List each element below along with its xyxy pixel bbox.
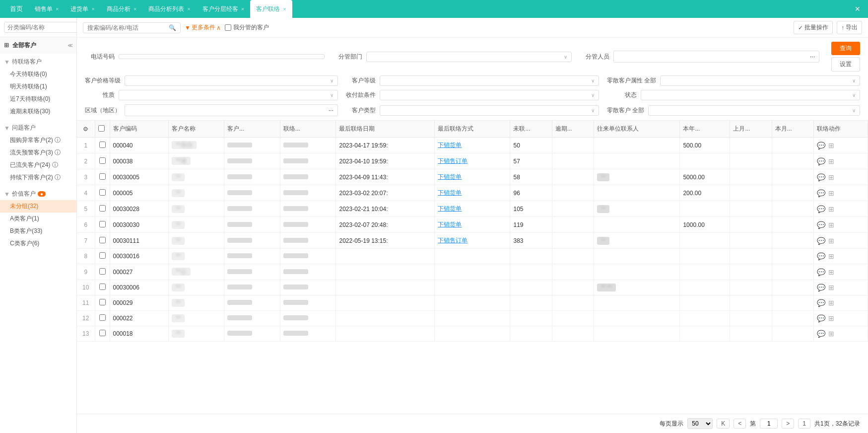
close-sales-tab[interactable]: ×	[56, 6, 59, 12]
nav-tab-analysis[interactable]: 商品分析 ×	[101, 0, 142, 18]
row-last-method[interactable]: 下销售订单	[435, 153, 510, 169]
nav-tab-analysis-list[interactable]: 商品分析列表 ×	[142, 0, 196, 18]
sidebar-item-7days[interactable]: 近7天待联络(0)	[0, 93, 76, 105]
value-customers-label[interactable]: ▼ 价值客户 ●	[0, 188, 76, 200]
reset-btn[interactable]: 设置	[831, 57, 860, 72]
nature-select[interactable]: ∨	[119, 90, 338, 100]
nav-tab-sales[interactable]: 销售单 ×	[29, 0, 65, 18]
grid-action-icon[interactable]: ⊞	[828, 157, 834, 165]
chat-icon[interactable]: 💬	[817, 221, 825, 229]
checkbox-col-header[interactable]	[95, 121, 110, 138]
collapse-icon[interactable]: ≪	[67, 43, 72, 48]
grid-action-icon[interactable]: ⊞	[828, 173, 834, 181]
last-page-btn[interactable]: 1	[798, 419, 810, 429]
sidebar-item-declining[interactable]: 持续下滑客户(2) ⓘ	[0, 171, 76, 184]
sidebar-search-input[interactable]	[4, 22, 77, 33]
grid-action-icon[interactable]: ⊞	[828, 205, 834, 213]
close-segment-tab[interactable]: ×	[241, 6, 244, 12]
row-check[interactable]	[95, 264, 110, 280]
row-check[interactable]	[95, 185, 110, 201]
chat-icon[interactable]: 💬	[817, 237, 825, 245]
chat-icon[interactable]: 💬	[817, 330, 825, 338]
grid-action-icon[interactable]: ⊞	[828, 142, 834, 149]
scatter-all-select[interactable]: ∨	[648, 105, 860, 116]
sidebar-item-no-group[interactable]: 未分组(32)	[0, 200, 76, 213]
all-customers-section[interactable]: ⊞ 全部客户 ≪	[0, 37, 76, 54]
sidebar-item-class-a[interactable]: A类客户(1)	[0, 213, 76, 225]
customer-level-select[interactable]: ∨	[380, 75, 599, 86]
sidebar-item-tomorrow[interactable]: 明天待联络(1)	[0, 80, 76, 93]
grid-action-icon[interactable]: ⊞	[828, 189, 834, 197]
problem-customers-label[interactable]: ▼ 问题客户	[0, 122, 76, 134]
grid-action-icon[interactable]: ⊞	[828, 314, 834, 322]
row-check[interactable]	[95, 138, 110, 153]
row-check[interactable]	[95, 326, 110, 342]
chat-icon[interactable]: 💬	[817, 173, 825, 181]
grid-action-icon[interactable]: ⊞	[828, 330, 834, 338]
row-check[interactable]	[95, 295, 110, 311]
manager-select[interactable]: ···	[613, 51, 819, 63]
export-btn[interactable]: ↑ 导出	[837, 21, 862, 34]
phone-input[interactable]	[119, 54, 325, 59]
payment-select[interactable]: ∨	[380, 90, 599, 100]
row-check[interactable]	[95, 311, 110, 326]
my-customers-check[interactable]	[225, 24, 231, 31]
per-page-select[interactable]: 50 100 200	[687, 418, 713, 429]
filter-search-icon[interactable]: 🔍	[169, 24, 176, 31]
row-last-method[interactable]: 下销货单	[435, 217, 510, 233]
close-purchase-tab[interactable]: ×	[91, 6, 94, 12]
row-check[interactable]	[95, 217, 110, 233]
grid-action-icon[interactable]: ⊞	[828, 284, 834, 291]
close-analysis-tab[interactable]: ×	[134, 6, 136, 12]
sidebar-item-churn-warning[interactable]: 流失预警客户(3) ⓘ	[0, 146, 76, 159]
row-last-method[interactable]: 下销售订单	[435, 233, 510, 249]
grid-action-icon[interactable]: ⊞	[828, 221, 834, 229]
sidebar-item-class-b[interactable]: B类客户(33)	[0, 225, 76, 237]
grid-action-icon[interactable]: ⊞	[828, 268, 834, 276]
chat-icon[interactable]: 💬	[817, 205, 825, 213]
dept-select[interactable]: ∨	[366, 52, 572, 62]
price-level-select[interactable]: ∨	[125, 75, 338, 86]
page-number-input[interactable]	[760, 419, 778, 429]
row-check[interactable]	[95, 249, 110, 264]
row-check[interactable]	[95, 233, 110, 249]
grid-action-icon[interactable]: ⊞	[828, 237, 834, 245]
close-all-tabs[interactable]: ×	[851, 4, 864, 14]
customer-type-select[interactable]: ∨	[380, 105, 599, 116]
select-all-checkbox[interactable]	[98, 125, 105, 132]
nav-home[interactable]: 首页	[4, 4, 29, 13]
row-check[interactable]	[95, 169, 110, 185]
nav-tab-customer-segment[interactable]: 客户分层经客 ×	[197, 0, 250, 18]
grid-action-icon[interactable]: ⊞	[828, 252, 834, 260]
pending-contact-label[interactable]: ▼ 待联络客户	[0, 56, 76, 68]
row-check[interactable]	[95, 201, 110, 217]
chat-icon[interactable]: 💬	[817, 157, 825, 165]
sidebar-item-today[interactable]: 今天待联络(0)	[0, 68, 76, 80]
close-analysis-list-tab[interactable]: ×	[187, 6, 190, 12]
sidebar-item-overdue[interactable]: 逾期未联络(30)	[0, 105, 76, 118]
settings-col-header[interactable]: ⚙	[77, 121, 95, 138]
row-last-method[interactable]: 下销货单	[435, 169, 510, 185]
chat-icon[interactable]: 💬	[817, 284, 825, 291]
row-last-method[interactable]: 下销货单	[435, 138, 510, 153]
row-last-method[interactable]: 下销货单	[435, 185, 510, 201]
chat-icon[interactable]: 💬	[817, 299, 825, 307]
nav-tab-purchase[interactable]: 进货单 ×	[65, 0, 100, 18]
more-conditions-btn[interactable]: ▼ 更多条件 ∧	[185, 23, 221, 32]
chat-icon[interactable]: 💬	[817, 189, 825, 197]
sidebar-item-lost[interactable]: 已流失客户(24) ⓘ	[0, 159, 76, 171]
filter-search-input[interactable]	[87, 24, 167, 31]
close-contact-tab[interactable]: ×	[283, 6, 286, 12]
batch-operation-btn[interactable]: ✓ 批量操作	[794, 21, 833, 34]
row-check[interactable]	[95, 280, 110, 295]
my-customers-checkbox[interactable]: 我分管的客户	[225, 23, 269, 32]
chat-icon[interactable]: 💬	[817, 252, 825, 260]
region-select[interactable]: ···	[125, 104, 338, 116]
scatter-attr-select[interactable]: ∨	[660, 75, 860, 86]
search-btn[interactable]: 查询	[831, 42, 860, 55]
chat-icon[interactable]: 💬	[817, 268, 825, 276]
sidebar-item-abnormal[interactable]: 囤购异常客户(2) ⓘ	[0, 134, 76, 146]
nav-tab-customer-contact[interactable]: 客户联络 ×	[250, 0, 292, 18]
chat-icon[interactable]: 💬	[817, 314, 825, 322]
next-page-btn[interactable]: >	[782, 419, 794, 429]
